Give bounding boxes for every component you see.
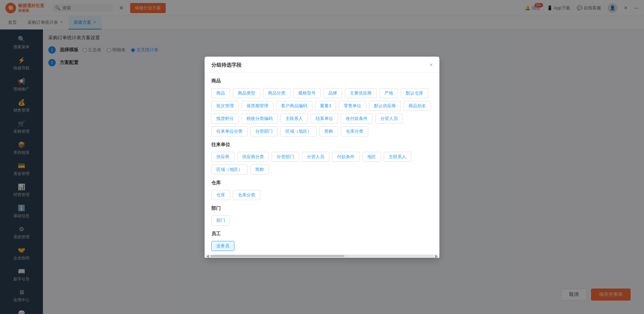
warehouse-fields-grid: 仓库 仓库分类 [211,190,433,200]
field-settlement-unit[interactable]: 结算单位 [311,114,338,124]
product-fields-grid: 商品 商品类型 商品分类 规格型号 品牌 主要供应商 产地 默认仓库 批次管理 … [211,88,433,136]
field-main-contact2[interactable]: 主联系人 [384,152,411,162]
dialog-horizontal-scrollbar[interactable]: ◀ ▶ [205,254,439,258]
field-brand[interactable]: 品牌 [323,88,342,98]
scroll-right-arrow[interactable]: ▶ [435,254,438,258]
field-manage-dept[interactable]: 分管部门 [250,126,278,136]
field-manager[interactable]: 分管人员 [375,114,403,124]
field-main-contact[interactable]: 主联系人 [280,114,308,124]
category-product-title: 商品 [211,78,433,84]
field-warehouse[interactable]: 仓库 [211,190,230,200]
category-staff-title: 员工 [211,231,433,237]
dialog-body: 商品 商品 商品类型 商品分类 规格型号 品牌 主要供应商 产地 默认仓库 批次… [205,73,439,254]
field-default-warehouse[interactable]: 默认仓库 [401,88,428,98]
field-salesperson[interactable]: 业务员 [211,241,234,251]
field-supplier-category[interactable]: 供应商分类 [237,152,269,162]
field-abbr[interactable]: 简称 [319,126,338,136]
field-tax-code[interactable]: 税收分类编码 [241,114,278,124]
field-shelf-life[interactable]: 保质期管理 [241,101,273,111]
scrollbar-track [210,255,434,257]
field-retail-unit[interactable]: 零售单位 [339,101,366,111]
field-warehouse-cat[interactable]: 仓库分类 [233,190,260,200]
scrollbar-thumb[interactable] [210,255,344,257]
scroll-left-arrow[interactable]: ◀ [206,254,209,258]
field-product[interactable]: 商品 [211,88,230,98]
field-weight[interactable]: 重量3 [315,101,336,111]
field-area[interactable]: 地区 [362,152,381,162]
field-product-type[interactable]: 商品类型 [233,88,260,98]
field-region2[interactable]: 区域（地区） [211,165,248,175]
field-partner-person[interactable]: 分管人员 [302,152,329,162]
category-warehouse-title: 仓库 [211,180,433,186]
field-payment-cond[interactable]: 付款条件 [332,152,360,162]
field-customer-code[interactable]: 客户商品编码 [276,101,312,111]
field-main-supplier[interactable]: 主要供应商 [345,88,377,98]
field-payment-terms[interactable]: 收付款条件 [341,114,373,124]
dialog-close-button[interactable]: × [430,62,433,68]
field-origin[interactable]: 产地 [379,88,398,98]
field-supplier[interactable]: 供应商 [211,152,234,162]
category-partner-title: 往来单位 [211,142,433,148]
staff-fields-grid: 业务员 [211,241,433,251]
field-partner-dept[interactable]: 分管部门 [272,152,299,162]
dept-fields-grid: 部门 [211,215,433,226]
dialog-title: 分组待选字段 [211,62,241,68]
category-dept-title: 部门 [211,205,433,211]
field-warehouse-category[interactable]: 仓库分类 [341,126,368,136]
field-spec-model[interactable]: 规格型号 [293,88,321,98]
field-product-category[interactable]: 商品分类 [263,88,290,98]
field-pick-score[interactable]: 拣货积分 [211,114,239,124]
dialog-header: 分组待选字段 × [205,57,439,73]
field-product-alias[interactable]: 商品别名 [404,101,431,111]
partner-fields-grid: 供应商 供应商分类 分管部门 分管人员 付款条件 地区 主联系人 区域（地区） … [211,152,433,175]
field-region[interactable]: 区域（地区） [280,126,317,136]
field-default-supplier[interactable]: 默认供应商 [369,101,401,111]
field-partner-category[interactable]: 往来单位分类 [211,126,248,136]
field-abbr2[interactable]: 简称 [250,165,269,175]
group-field-dialog: 分组待选字段 × 商品 商品 商品类型 商品分类 规格型号 品牌 主要供应商 产… [205,57,439,258]
field-batch-mgmt[interactable]: 批次管理 [211,101,239,111]
field-dept[interactable]: 部门 [211,215,230,226]
